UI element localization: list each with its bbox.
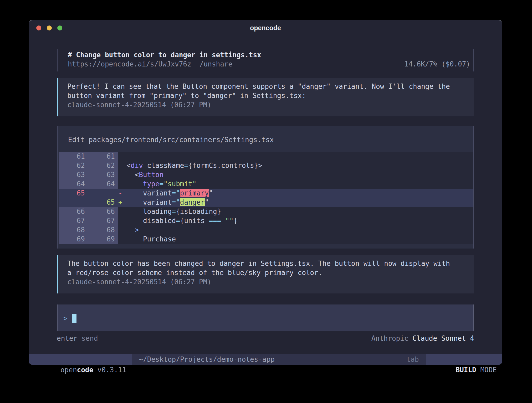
- share-url[interactable]: https://opencode.ai/s/UwJxv76z: [68, 60, 191, 68]
- diff-row: 6464 type="submit": [59, 179, 473, 189]
- assistant-message-text: The button color has been changed to dan…: [67, 259, 452, 277]
- model-label: Claude Sonnet 4: [412, 334, 474, 342]
- send-hint-label: send: [81, 334, 98, 342]
- app-name-code: code: [77, 366, 94, 374]
- opencode-window: opencode # Change button color to danger…: [29, 20, 502, 365]
- mode-segment[interactable]: BUILDMODE: [426, 354, 502, 365]
- context-stats: 14.6K/7% ($0.07): [405, 60, 470, 69]
- edit-tool-block: Edit packages/frontend/src/containers/Se…: [57, 126, 474, 249]
- text-cursor: [72, 314, 76, 323]
- mode-name: BUILD: [456, 366, 476, 374]
- traffic-lights: [36, 20, 62, 35]
- enter-key-hint: enter: [57, 334, 77, 342]
- unshare-command: /unshare: [200, 60, 232, 68]
- diff-row: 6969 Purchase: [59, 235, 473, 244]
- app-name-open: open: [60, 366, 77, 374]
- diff-row: 65- variant="primary": [59, 189, 473, 198]
- diff-row: 6161: [59, 152, 473, 161]
- diff-row: 6666 loading={isLoading}: [59, 207, 473, 216]
- assistant-message-text: Perfect! I can see that the Button compo…: [67, 82, 452, 100]
- message-meta: claude-sonnet-4-20250514 (06:27 PM): [67, 277, 469, 287]
- app-version: v0.3.11: [98, 366, 126, 374]
- provider-label: Anthropic: [371, 334, 408, 342]
- prompt-symbol: >: [63, 314, 68, 323]
- input-hint-row: entersend AnthropicClaude Sonnet 4: [57, 334, 474, 343]
- statusbar: opencodev0.3.11 ~/Desktop/Projects/demo-…: [29, 354, 502, 365]
- tab-key-hint: tab: [407, 355, 419, 364]
- session-title: # Change button color to danger in setti…: [68, 50, 470, 60]
- session-header: # Change button color to danger in setti…: [57, 49, 474, 71]
- edit-tool-title: Edit packages/frontend/src/containers/Se…: [59, 135, 473, 144]
- zoom-window-button[interactable]: [57, 25, 62, 30]
- working-directory: ~/Desktop/Projects/demo-notes-app: [139, 355, 275, 364]
- diff-view: 61616262 <div className={formCs.controls…: [59, 152, 473, 244]
- diff-row: 6363 <Button: [59, 170, 473, 179]
- diff-row: 6868 >: [59, 225, 473, 235]
- assistant-message: Perfect! I can see that the Button compo…: [57, 78, 474, 116]
- close-window-button[interactable]: [36, 25, 41, 30]
- message-meta: claude-sonnet-4-20250514 (06:27 PM): [67, 100, 469, 110]
- assistant-message: The button color has been changed to dan…: [57, 255, 474, 293]
- diff-row: 6767 disabled={units === ""}: [59, 216, 473, 225]
- prompt-input[interactable]: >: [57, 304, 474, 331]
- app-logo-segment: opencodev0.3.11: [29, 354, 132, 365]
- titlebar: opencode: [29, 20, 502, 35]
- minimize-window-button[interactable]: [47, 25, 52, 30]
- window-title: opencode: [250, 23, 281, 33]
- mode-suffix: MODE: [480, 366, 497, 374]
- diff-row: 6262 <div className={formCs.controls}>: [59, 161, 473, 170]
- diff-row: 65+ variant="danger": [59, 198, 473, 207]
